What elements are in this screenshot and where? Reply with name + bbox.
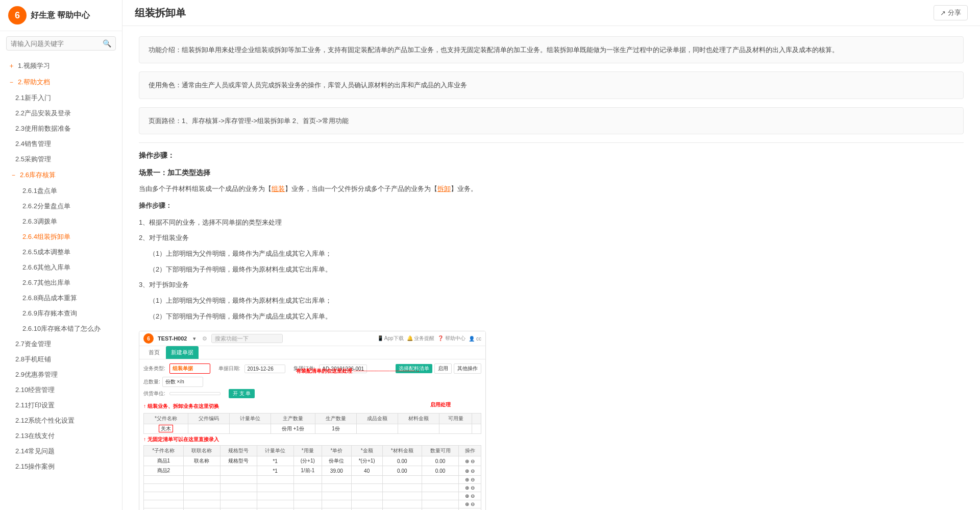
sidebar-item-business[interactable]: 2.10经营管理 [0,382,122,398]
sidebar-item-inventory-fix[interactable]: 2.6.10库存账本错了怎么办 [0,321,122,336]
sidebar-item-newbie[interactable]: 2.1新手入门 [0,90,122,106]
sidebar-item-label: 2.10经营管理 [15,386,55,394]
sidebar-item-faq[interactable]: 2.14常见问题 [0,444,122,459]
sidebar-item-install[interactable]: 2.2产品安装及登录 [0,106,122,121]
search-input[interactable] [11,40,103,47]
sidebar-item-label: 2.6.10库存账本错了怎么办 [22,325,101,332]
ss-lth-9: 数量可用 [422,446,459,456]
sidebar-item-cases[interactable]: 2.15操作案例 [0,459,122,474]
ss-other-btn[interactable]: 其他操作 [454,363,481,374]
ss-supply-label: 供货单位: [143,390,165,397]
sidebar-item-finance[interactable]: 2.7资金管理 [0,336,122,352]
sidebar-item-personalize[interactable]: 2.12系统个性化设置 [0,413,122,428]
nav-section: ＋ 1.视频学习 － 2.帮助文档 2.1新手入门 2.2产品安装及登录 2.3… [0,56,122,476]
ss-ltd-9: 0.00 [422,466,459,476]
ss-td-prod-qty: 1份 [315,424,357,434]
sidebar-item-inventory[interactable]: － 2.6库存核算 [0,167,122,183]
ss-lth-5: *用量 [293,446,322,456]
ss-logo: 6 [143,333,154,344]
sidebar-item-transfer[interactable]: 2.6.3调拨单 [0,214,122,229]
sidebar-item-other-out[interactable]: 2.6.7其他出库单 [0,275,122,290]
sidebar-item-label: 2.9优惠券管理 [15,371,58,378]
logo-icon: 6 [8,6,27,25]
ss-ltd-4: *1 [257,456,293,466]
share-label: 分享 [948,8,961,17]
sidebar-item-helpdoc[interactable]: － 2.帮助文档 [0,74,122,90]
sidebar-item-label: 2.6.4组装拆卸单 [22,233,70,240]
main-content: 组装拆卸单 ↗ 分享 功能介绍：组装拆卸单用来处理企业组装或拆卸等加工业务，支持… [122,0,980,510]
ss-ltd-7: *(分+1) [351,456,382,466]
ss-ann1: 有装配清单的在这里处理 ─────────────────→ [296,368,420,375]
search-box[interactable]: 🔍 [6,36,116,51]
ss-search-input[interactable] [211,334,283,343]
sidebar-item-payment[interactable]: 2.13在线支付 [0,428,122,444]
divider [139,142,964,143]
ss-td-prod-amt [356,424,398,434]
sidebar-item-label: 2.6.2分量盘点单 [22,202,70,210]
sidebar-item-data-prep[interactable]: 2.3使用前数据准备 [0,121,122,136]
collapse-icon: － [10,171,17,180]
ss-ltd-10: ⊕ ⊖ [459,466,481,476]
sidebar-item-coupon[interactable]: 2.9优惠券管理 [0,367,122,382]
sidebar-item-label: 2.帮助文档 [18,78,50,87]
ss-ltd-8: 0.00 [382,456,422,466]
ops-steps-title: 操作步骤： [139,200,964,212]
step3-sub1: （1）上部明细为父件明细，最终作为原材料生成其它出库单； [139,295,964,307]
sidebar-item-sales[interactable]: 2.4销售管理 [0,136,122,152]
sidebar-item-assembly[interactable]: 2.6.4组装拆卸单 [0,229,122,245]
ss-ltd-5: (分+1) [293,456,322,466]
ss-ann2: ↑ 组装业务、拆卸业务在这里切换 [143,403,219,409]
sidebar-item-print[interactable]: 2.11打印设置 [0,398,122,413]
sidebar-item-label: 2.6.7其他出库单 [22,279,70,286]
ss-tab-home[interactable]: 首页 [143,346,165,359]
ss-ltd-5: 1/前-1 [293,466,322,476]
ss-th-unit: 计量单位 [229,414,271,424]
sidebar-item-label: 2.11打印设置 [15,401,55,409]
sidebar-item-label: 2.4销售管理 [15,140,51,148]
ss-td-mat-amt [398,424,439,434]
sidebar-item-label: 2.5采购管理 [15,155,51,163]
ss-tab-new[interactable]: 新建单据 [166,346,199,359]
ss-icon-app: 📱 App下载 [377,335,404,342]
ss-ltd-6: 份单位 [322,456,351,466]
page-title: 组装拆卸单 [135,6,186,20]
ss-td-unit [229,424,271,434]
ss-icon-remind: 🔔 业务提醒 [407,335,435,342]
sidebar-item-label: 2.12系统个性化设置 [15,417,75,424]
ss-lth-6: *单价 [322,446,351,456]
sidebar-item-partial-stocktake[interactable]: 2.6.2分量盘点单 [0,199,122,214]
screenshot-inner: 6 TEST-H002 ▾ ⚙ 📱 App下载 🔔 业务提醒 ❓ 帮助中心 👤 … [139,331,485,510]
sidebar-item-other-in[interactable]: 2.6.6其他入库单 [0,260,122,275]
sidebar-item-label: 2.8手机旺铺 [15,355,51,363]
ss-th-op [472,414,481,424]
ss-td-avail [439,424,472,434]
ss-ltd-4: *1 [257,466,293,476]
sidebar-item-label: 2.6.9库存账本查询 [22,309,77,317]
step1: 1、根据不同的业务，选择不同单据的类型来处理 [139,216,964,229]
path-intro-text: 页面路径：1、库存核算->库存管理->组装拆卸单 2、首页->常用功能 [149,117,349,125]
ss-qty-label: 总数量: [143,378,160,385]
sidebar-item-label: 2.6.1盘点单 [22,187,57,195]
search-icon[interactable]: 🔍 [103,39,111,47]
sidebar-item-label: 2.14常见问题 [15,447,55,455]
share-button[interactable]: ↗ 分享 [934,5,968,20]
sidebar-item-inventory-query[interactable]: 2.6.9库存账本查询 [0,306,122,321]
ss-date-value: 2019-12-26 [244,365,285,373]
ss-td-code [188,424,230,434]
step3: 3、对于拆卸业务 [139,279,964,292]
ss-approve-btn[interactable]: 启用 [434,363,452,374]
table-row: 关木 份用 +1份 1份 [144,424,481,434]
sidebar-item-cost-recalc[interactable]: 2.6.8商品成本重算 [0,290,122,306]
ss-save-btn[interactable]: 开 支 单 [229,389,255,398]
sidebar-item-video[interactable]: ＋ 1.视频学习 [0,58,122,74]
sidebar-item-purchase[interactable]: 2.5采购管理 [0,152,122,167]
ss-icon-help: ❓ 帮助中心 [437,335,465,342]
sidebar-item-cost-adjust[interactable]: 2.6.5成本调整单 [0,245,122,260]
top-bar: 组装拆卸单 ↗ 分享 [122,0,980,26]
sidebar-item-label: 2.2产品安装及登录 [15,109,71,117]
sidebar-item-stocktake[interactable]: 2.6.1盘点单 [0,183,122,199]
sidebar-item-label: 2.6库存核算 [20,171,56,180]
sidebar-item-mobile[interactable]: 2.8手机旺铺 [0,352,122,367]
sidebar: 6 好生意 帮助中心 🔍 ＋ 1.视频学习 － 2.帮助文档 2.1新手入门 2… [0,0,122,510]
ss-ann4: ↑ 无固定清单可以在这里直接录入 [143,436,481,443]
